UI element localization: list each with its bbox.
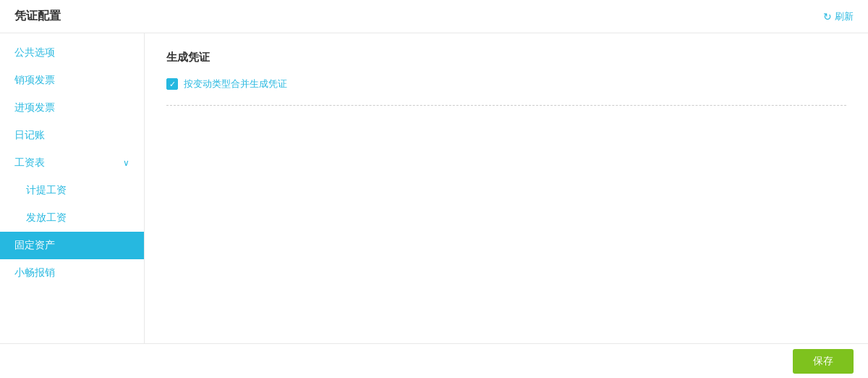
sidebar-item-fixed-assets[interactable]: 固定资产 <box>0 232 144 259</box>
merge-checkbox-label: 按变动类型合并生成凭证 <box>184 77 287 91</box>
sidebar-item-label: 进项发票 <box>14 101 55 114</box>
sidebar-item-sales-invoice[interactable]: 销项发票 <box>0 67 144 94</box>
sidebar-item-public-options[interactable]: 公共选项 <box>0 39 144 67</box>
sidebar-item-payroll-issue[interactable]: 发放工资 <box>0 204 144 232</box>
sidebar-item-label: 计提工资 <box>26 184 67 197</box>
sidebar-item-label: 小畅报销 <box>14 266 55 280</box>
sidebar-item-label: 发放工资 <box>26 211 67 224</box>
sidebar-item-label: 固定资产 <box>14 239 55 252</box>
page-footer: 保存 <box>0 343 868 378</box>
refresh-button[interactable]: ↻ 刷新 <box>823 10 854 23</box>
chevron-down-icon: ∨ <box>123 158 129 168</box>
section-divider <box>166 105 846 106</box>
checkmark-icon: ✓ <box>169 80 176 88</box>
sidebar-item-label: 公共选项 <box>14 46 55 59</box>
sidebar: 公共选项 销项发票 进项发票 日记账 工资表 ∨ 计提工资 发放工资 固定资产 … <box>0 33 145 343</box>
sidebar-item-expense[interactable]: 小畅报销 <box>0 259 144 287</box>
sidebar-item-commission[interactable]: 计提工资 <box>0 177 144 204</box>
sidebar-item-label: 销项发票 <box>14 74 55 87</box>
page-header: 凭证配置 ↻ 刷新 <box>0 0 868 33</box>
refresh-label: 刷新 <box>835 10 854 23</box>
sidebar-item-payroll[interactable]: 工资表 ∨ <box>0 149 144 177</box>
sidebar-item-purchase-invoice[interactable]: 进项发票 <box>0 94 144 122</box>
page-title: 凭证配置 <box>14 9 61 24</box>
sidebar-item-journal[interactable]: 日记账 <box>0 122 144 149</box>
sidebar-item-label: 工资表 <box>14 156 45 169</box>
main-layout: 公共选项 销项发票 进项发票 日记账 工资表 ∨ 计提工资 发放工资 固定资产 … <box>0 33 868 343</box>
main-content: 生成凭证 ✓ 按变动类型合并生成凭证 <box>145 33 868 343</box>
save-button[interactable]: 保存 <box>793 349 854 374</box>
merge-checkbox-row: ✓ 按变动类型合并生成凭证 <box>166 77 846 91</box>
merge-checkbox[interactable]: ✓ <box>166 78 178 90</box>
refresh-icon: ↻ <box>823 11 832 22</box>
sidebar-item-label: 日记账 <box>14 129 45 142</box>
section-title: 生成凭证 <box>166 51 846 64</box>
